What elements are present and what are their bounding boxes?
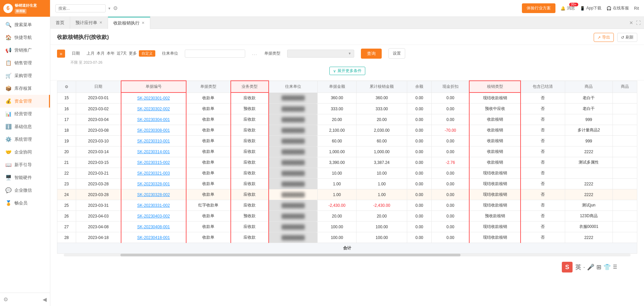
filter-settings-button[interactable]: 设置 (388, 48, 405, 59)
hardware-icon: 🖥️ (5, 175, 12, 181)
filter-toggle-button[interactable]: » (57, 50, 65, 58)
sidebar-item-purchase[interactable]: 🛒 采购管理 (0, 69, 50, 82)
watermark-overlay: S 英 · 🎤 ⊞ 👕 ⠿ (562, 262, 617, 272)
refresh-label: 刷新 (626, 35, 634, 40)
app-version: 标准版 (15, 9, 26, 14)
sidebar-item-operations-label: 经营管理 (14, 111, 32, 117)
sidebar-item-finance-label: 资金管理 (14, 98, 32, 104)
topbar-gear-icon[interactable]: ⚙ (113, 5, 118, 11)
th-settings[interactable]: ⚙ (57, 81, 76, 93)
tab-prepay[interactable]: 预计应付单 ✕ (70, 17, 108, 29)
filter-expand-row: ∨ 展开更多条件 (57, 65, 637, 77)
main-content: ▾ ⚙ 体验行业方案 🔔 消息 99+ 📱 App下载 🎧 在线客服 Rit (50, 0, 644, 306)
chevron-down-icon: ∨ (333, 69, 336, 73)
user-avatar[interactable]: Rit (634, 6, 639, 11)
company-filter-label: 往来单位 (162, 51, 178, 56)
sidebar-item-marketing-label: 营销推广 (14, 47, 32, 53)
watermark-more-icon: ⠿ (613, 263, 617, 271)
th-amount: 单据金额 (317, 81, 356, 93)
sidebar: 6 畅销道好生意 标准版 🔍 搜索菜单 🏠 快捷导航 📢 营销推广 📋 销售管理… (0, 0, 50, 306)
tab-receipt[interactable]: 收款核销执行 ✕ (108, 17, 150, 29)
member-icon: 🏅 (5, 200, 12, 206)
data-table: ⚙ 日期 单据编号 单据类型 业务类型 往来单位 单据金额 累计核销金额 余额 … (57, 80, 637, 254)
finance-icon: 💰 (5, 98, 12, 104)
sidebar-item-system[interactable]: ⚙️ 系统管理 (0, 133, 50, 146)
sidebar-item-system-label: 系统管理 (14, 136, 32, 142)
tab-prepay-close-icon[interactable]: ✕ (99, 20, 102, 25)
table-row: 222023-03-21SK-20230321-003收款单应收款███████… (57, 168, 637, 179)
table-row: 252023-03-31SK-20230331-002红字收款单应收款█████… (57, 200, 637, 211)
industry-solution-button[interactable]: 体验行业方案 (522, 3, 555, 13)
sidebar-item-marketing[interactable]: 📢 营销推广 (0, 44, 50, 57)
expand-label: 展开更多条件 (337, 68, 362, 74)
app-logo-icon: 6 (3, 4, 13, 13)
scrollbar-thumb[interactable] (120, 254, 461, 256)
app-download-button[interactable]: 📱 App下载 (580, 5, 601, 11)
horizontal-scrollbar[interactable] (64, 254, 631, 256)
user-label: Rit (634, 6, 639, 11)
sidebar-item-inventory[interactable]: 📦 库存核算 (0, 82, 50, 95)
date-7days[interactable]: 近7天 (117, 51, 127, 56)
table-row: 282023-04-18SK-20230418-001收款单应收款███████… (57, 232, 637, 243)
close-tab-icon[interactable]: ✕ (629, 20, 633, 25)
search-menu-icon: 🔍 (5, 22, 12, 28)
wechat-icon: 💬 (5, 187, 12, 193)
date-last-month[interactable]: 上月 (87, 51, 95, 56)
tab-receipt-close-icon[interactable]: ✕ (142, 21, 145, 25)
data-table-wrap: ⚙ 日期 单据编号 单据类型 业务类型 往来单位 单据金额 累计核销金额 余额 … (50, 80, 644, 306)
date-custom-button[interactable]: 自定义 (139, 50, 155, 57)
marketing-icon: 📢 (5, 47, 12, 53)
watermark-s-logo: S (562, 262, 573, 272)
table-row: 202023-03-14SK-20230314-001收款单应收款███████… (57, 146, 637, 157)
refresh-icon: ↺ (621, 35, 624, 40)
sidebar-item-corp-label: 企业协同 (14, 149, 32, 155)
tab-receipt-label: 收款核销执行 (113, 20, 140, 26)
date-more[interactable]: 更多 (129, 51, 137, 56)
sales-icon: 📋 (5, 60, 12, 66)
th-doc-type: 单据类型 (186, 81, 231, 93)
expand-conditions-button[interactable]: ∨ 展开更多条件 (329, 67, 365, 75)
th-verify-amount: 累计核销金额 (357, 81, 407, 93)
mobile-icon: 📱 (580, 6, 585, 11)
online-service-button[interactable]: 🎧 在线客服 (606, 5, 629, 11)
settings-bottom-icon[interactable]: ⚙ (3, 296, 8, 303)
sidebar-item-hardware[interactable]: 🖥️ 智能硬件 (0, 171, 50, 184)
sidebar-menu: 🔍 搜索菜单 🏠 快捷导航 📢 营销推广 📋 销售管理 🛒 采购管理 📦 库存核… (0, 17, 50, 293)
footer-label: 合计 (57, 243, 637, 254)
filter-dots: ... (252, 51, 257, 56)
sidebar-item-hardware-label: 智能硬件 (14, 175, 32, 181)
sidebar-item-basic[interactable]: ℹ️ 基础信息 (0, 120, 50, 133)
export-label: 导出 (602, 35, 610, 40)
sidebar-item-sales[interactable]: 📋 销售管理 (0, 57, 50, 69)
sidebar-item-corp[interactable]: 🤝 企业协同 (0, 146, 50, 159)
maximize-tab-icon[interactable]: ⛶ (636, 20, 641, 25)
topbar-search-input[interactable] (55, 4, 106, 12)
th-date: 日期 (76, 81, 121, 93)
date-this-year[interactable]: 本年 (107, 51, 115, 56)
page-header: 收款核销执行(按收款) ↗ 导出 ↺ 刷新 (50, 29, 644, 45)
headset-icon: 🎧 (606, 6, 611, 11)
page-title: 收款核销执行(按收款) (57, 34, 109, 41)
export-button[interactable]: ↗ 导出 (594, 33, 614, 42)
tab-home[interactable]: 首页 (50, 17, 70, 29)
sidebar-item-quick[interactable]: 🏠 快捷导航 (0, 31, 50, 44)
sidebar-item-finance[interactable]: 💰 资金管理 (0, 95, 50, 108)
filter-row-main: » 日期 上月 本月 本年 近7天 更多 自定义 往来单位 ... 单据类型 (57, 48, 637, 59)
collapse-sidebar-icon[interactable]: ◀ (43, 296, 47, 303)
table-row: 242023-03-28SK-20230328-002收款单应收款███████… (57, 189, 637, 200)
query-button[interactable]: 查询 (361, 49, 382, 59)
refresh-button[interactable]: ↺ 刷新 (617, 33, 637, 42)
date-this-month[interactable]: 本月 (97, 51, 105, 56)
company-filter-input[interactable] (185, 50, 245, 58)
date-filter-options: 上月 本月 本年 近7天 更多 自定义 (87, 50, 156, 57)
doc-type-select[interactable] (287, 50, 354, 58)
sidebar-item-operations[interactable]: 📊 经营管理 (0, 108, 50, 120)
th-doc-no: 单据编号 (121, 81, 186, 93)
sidebar-item-member[interactable]: 🏅 畅会员 (0, 197, 50, 209)
sidebar-item-quick-label: 快捷导航 (14, 35, 32, 41)
table-row: 182023-03-08SK-20230308-001收款单应收款███████… (57, 125, 637, 136)
sidebar-item-guide[interactable]: 📖 新手引导 (0, 159, 50, 171)
sidebar-item-wechat[interactable]: 💬 企业微信 (0, 184, 50, 197)
sidebar-item-search[interactable]: 🔍 搜索菜单 (0, 18, 50, 31)
messages-button[interactable]: 🔔 消息 99+ (560, 5, 575, 11)
